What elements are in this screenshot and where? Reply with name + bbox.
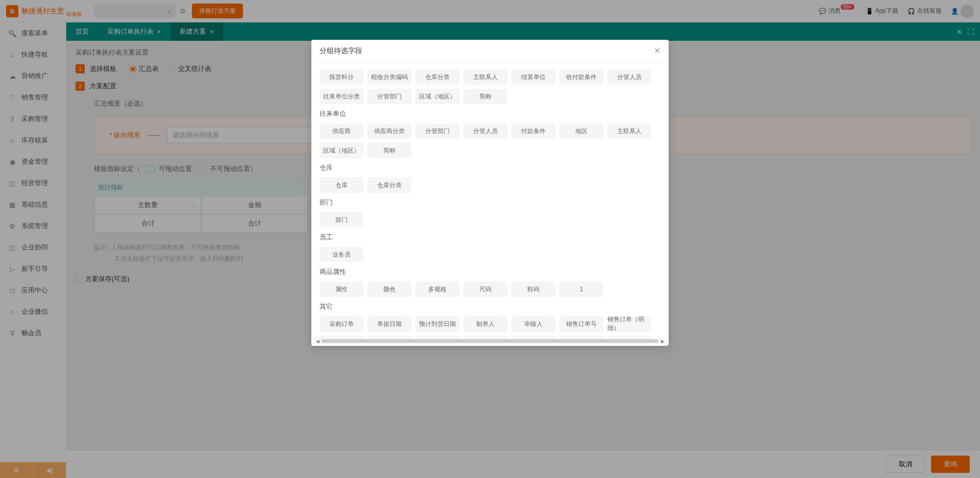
field-item[interactable]: 业务员 [320,247,363,262]
field-list: 部门 [320,212,660,228]
field-item[interactable]: 预计到货日期 [415,316,459,332]
field-list: 业务员 [320,247,660,262]
field-item[interactable]: 多规格 [415,282,459,297]
field-list: 供应商供应商分类分管部门分管人员付款条件地区主联系人区域（地区）简称 [320,123,660,158]
field-item[interactable]: 销售订单号 [559,316,603,332]
scroll-left-icon[interactable]: ◀ [314,338,321,344]
field-item[interactable]: 鞋码 [511,282,555,297]
field-item[interactable]: 分管人员 [463,123,507,139]
group-title: 商品属性 [320,267,660,276]
field-item[interactable]: 仓库 [320,178,363,193]
field-item[interactable]: 分管部门 [415,123,459,139]
field-group-6: 其它采购订单单据日期预计到货日期制单人审核人销售订单号销售订单（明细）赠品采购单… [320,302,660,338]
field-item[interactable]: 地区 [559,123,603,139]
scroll-right-icon[interactable]: ▶ [659,338,666,344]
field-item[interactable]: 属性 [320,282,363,297]
field-item[interactable]: 区域（地区） [415,89,459,104]
modal-close-button[interactable]: ✕ [654,46,660,56]
field-item[interactable]: 区域（地区） [320,143,363,158]
field-group-3: 部门部门 [320,198,660,228]
field-item[interactable]: 采购订单 [320,316,363,332]
field-item[interactable]: 1 [559,282,603,297]
field-item[interactable]: 拣货科分 [320,69,363,85]
field-item[interactable]: 往来单位分类 [320,89,363,104]
group-title: 往来单位 [320,109,660,118]
group-fields-modal: 分组待选字段 ✕ 拣货科分税收分类编码仓库分类主联系人结算单位收付款条件分管人员… [311,40,669,346]
modal-body: 拣货科分税收分类编码仓库分类主联系人结算单位收付款条件分管人员往来单位分类分管部… [311,62,669,338]
field-item[interactable]: 结算单位 [511,69,555,85]
field-list: 采购订单单据日期预计到货日期制单人审核人销售订单号销售订单（明细）赠品采购单位单… [320,316,660,338]
field-group-1: 往来单位供应商供应商分类分管部门分管人员付款条件地区主联系人区域（地区）简称 [320,109,660,158]
field-item[interactable]: 分管人员 [607,69,651,85]
field-item[interactable]: 主联系人 [463,69,507,85]
field-list: 仓库仓库分类 [320,178,660,193]
field-item[interactable]: 简称 [463,89,507,104]
field-item[interactable]: 分管部门 [368,89,411,104]
field-list: 拣货科分税收分类编码仓库分类主联系人结算单位收付款条件分管人员往来单位分类分管部… [320,69,660,104]
field-item[interactable]: 尺码 [463,282,507,297]
field-group-0: 拣货科分税收分类编码仓库分类主联系人结算单位收付款条件分管人员往来单位分类分管部… [320,69,660,104]
field-item[interactable]: 简称 [368,143,411,158]
field-item[interactable]: 供应商分类 [368,123,411,139]
modal-title: 分组待选字段 [320,46,362,56]
group-title: 其它 [320,302,660,311]
field-item[interactable]: 单据日期 [368,316,411,332]
field-item[interactable]: 审核人 [511,316,555,332]
field-group-2: 仓库仓库仓库分类 [320,163,660,193]
modal-header: 分组待选字段 ✕ [311,40,669,62]
group-title: 员工 [320,233,660,242]
field-group-4: 员工业务员 [320,233,660,262]
field-item[interactable]: 供应商 [320,123,363,139]
field-item[interactable]: 收付款条件 [559,69,603,85]
field-item[interactable]: 税收分类编码 [368,69,411,85]
field-item[interactable]: 付款条件 [511,123,555,139]
field-item[interactable]: 销售订单（明细） [607,316,651,332]
field-item[interactable]: 主联系人 [607,123,651,139]
field-item[interactable]: 部门 [320,212,363,228]
modal-horizontal-scrollbar[interactable]: ◀ ▶ [314,338,666,344]
field-item[interactable]: 制单人 [463,316,507,332]
field-group-5: 商品属性属性颜色多规格尺码鞋码1 [320,267,660,297]
group-title: 部门 [320,198,660,207]
field-item[interactable]: 仓库分类 [415,69,459,85]
field-list: 属性颜色多规格尺码鞋码1 [320,282,660,297]
field-item[interactable]: 仓库分类 [368,178,411,193]
field-item[interactable]: 颜色 [368,282,411,297]
group-title: 仓库 [320,163,660,172]
scrollbar-thumb[interactable] [322,339,658,343]
